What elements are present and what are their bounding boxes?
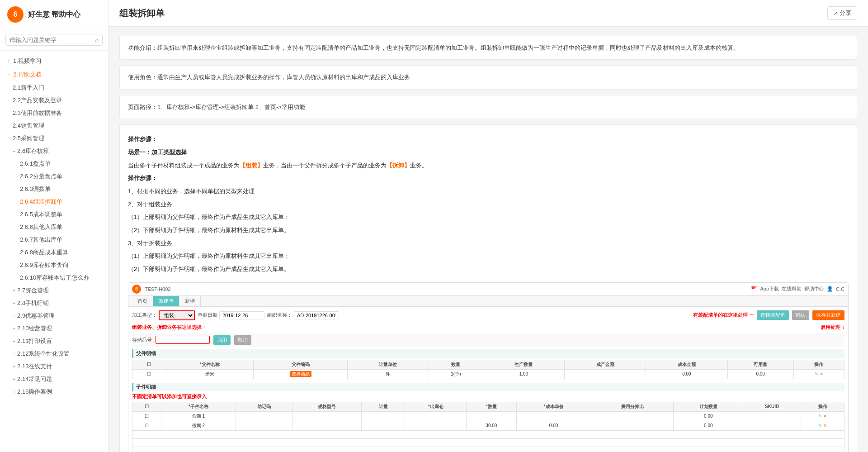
sidebar-item-docs-2.4[interactable]: 2.4销售管理 [13, 119, 108, 132]
step3-text: 3、对于拆装业务 [128, 240, 172, 247]
sidebar-item-docs-2.12[interactable]: + 2.12系统个性化设置 [13, 347, 108, 360]
sidebar-item-docs-2.6.5[interactable]: 2.6.5成本调整单 [20, 208, 108, 221]
sidebar-item-docs-2.7[interactable]: + 2.7资金管理 [13, 284, 108, 297]
scene1-title: 场景一：加工类型选择 [128, 147, 849, 158]
mock-brow1-mnem [236, 411, 292, 421]
mock-bth-ratio: 费用分摊比 [591, 402, 674, 411]
mock-support-label: 帮助中心 [804, 285, 824, 292]
sidebar-item-docs-2.14-label: 2.14常见问题 [17, 376, 52, 382]
sidebar-item-docs-2.6.3-label: 2.6.3调拨单 [20, 186, 51, 192]
mock-date-label: 单据日期 [198, 312, 217, 319]
mock-sku-input[interactable] [156, 336, 210, 344]
mock-sku-label: 存储品号 [132, 337, 152, 343]
sidebar-item-video-row[interactable]: + 1.视频学习 [0, 54, 108, 68]
sidebar-item-video[interactable]: + 1.视频学习 [0, 54, 108, 68]
sidebar-item-docs-2.11[interactable]: + 2.11打印设置 [13, 335, 108, 347]
mock-select-btn[interactable]: 选择装配单 [757, 310, 789, 320]
step2-sub2: （2）下部明细为子件明细，最终作为原材料生成其它出库单。 [128, 225, 849, 236]
mock-breadcrumb: TEST-H002 [145, 286, 170, 292]
scene1-title-label: 场景一：加工类型选择 [128, 149, 187, 156]
sidebar-item-docs-2.2[interactable]: 2.2产品安装及登录 [13, 94, 108, 107]
mock-type-select[interactable]: 组装 拆卸 [159, 310, 195, 320]
mock-bottom-row-5 [132, 447, 844, 452]
sidebar-item-docs[interactable]: − 2.帮助文档 2.1新手入门 2.2产品安装及登录 2.3使用前数据准备 2… [0, 68, 108, 398]
share-button[interactable]: ↗ 分享 [827, 6, 857, 20]
sidebar-item-docs-2.9-label: 2.9优惠券管理 [17, 312, 55, 319]
mock-main-content: 加工类型： 组装 拆卸 单据日期 组织名称 [128, 307, 848, 452]
mock-brow2-wh [405, 421, 467, 430]
ops-title: 操作步骤： [128, 134, 849, 145]
sidebar-item-docs-2.6.4[interactable]: 2.6.4组装拆卸单 [20, 195, 108, 208]
mock-th-cost-amt: 成本金额 [646, 360, 727, 369]
mock-order-input[interactable] [294, 311, 339, 319]
mock-bottom-row-2: ☐ 假期 2 30.00 0.00 0.00 [132, 421, 844, 430]
mock-td-row1-avail: 0.00 [727, 369, 793, 379]
sidebar-item-docs-2.6[interactable]: − 2.6库存核算 [13, 145, 108, 157]
sidebar-item-docs-2.6.3[interactable]: 2.6.3调拨单 [20, 183, 108, 195]
step2-sub1-text: （1）上部明细为父件明细，最终作为产成品生成其它入库单； [128, 214, 290, 220]
sidebar-item-docs-2.5[interactable]: 2.5采购管理 [13, 132, 108, 145]
sidebar-item-docs-2.10[interactable]: + 2.10经营管理 [13, 322, 108, 335]
ops-section: 操作步骤： 场景一：加工类型选择 当由多个子件材料组装成一个成品的业务为【组装】… [119, 124, 857, 452]
role-box: 使用角色：通常由生产人员或库管人员完成拆装业务的操作，库管人员确认原材料的出库和… [119, 65, 857, 89]
sidebar-item-docs-2.6.4-label: 2.6.4组装拆卸单 [20, 198, 62, 205]
sidebar-item-docs-row[interactable]: − 2.帮助文档 [0, 68, 108, 81]
mock-tab-home: 首页 [132, 296, 153, 306]
mock-select-goods-btn[interactable]: 选择商品 [290, 371, 311, 377]
mock-brow2-del[interactable]: ✕ [823, 423, 827, 428]
mock-td-row1-code: 选择商品 [254, 369, 347, 379]
step3: 3、对于拆装业务 [128, 238, 849, 249]
mock-confirm-btn[interactable]: 确认 [792, 310, 809, 320]
mock-arrow2-icon: ↑ [203, 324, 206, 330]
sidebar-item-docs-2.8[interactable]: + 2.8手机旺铺 [13, 297, 108, 309]
mock-annotation3-label: 启用处理 [821, 324, 840, 330]
sidebar-item-docs-2.1-label: 2.1新手入门 [13, 84, 44, 91]
mock-bth-cost: *成本单价 [516, 402, 591, 411]
mock-type-label: 加工类型： [132, 312, 157, 319]
sidebar-item-docs-2.13-label: 2.13在线支付 [17, 363, 52, 370]
mock-enable-btn[interactable]: 启用 [213, 335, 231, 345]
sidebar-item-docs-2.6.1[interactable]: 2.6.1盘点单 [20, 157, 108, 170]
logo-title: 好生意 帮助中心 [28, 10, 80, 19]
mock-brow1-plan: 0.00 [674, 411, 743, 421]
mock-brow2-spec [292, 421, 362, 430]
sidebar-item-docs-2.6.9[interactable]: 2.6.9库存账本查询 [20, 259, 108, 271]
sidebar-item-docs-2.9[interactable]: + 2.9优惠券管理 [13, 309, 108, 322]
page-title: 组装拆卸单 [119, 7, 165, 19]
mock-annotation2-area: 组装业务、拆卸业务在这里选择 ↑ [132, 324, 206, 331]
mock-cancel-btn[interactable]: 取消 [234, 335, 251, 345]
mock-save-btn[interactable]: 保存并新建 [812, 310, 844, 320]
mock-brow1-del[interactable]: ✕ [823, 414, 827, 419]
mock-brow2-edit[interactable]: ✎ [818, 423, 822, 428]
search-input[interactable] [9, 37, 95, 43]
sidebar-docs-children: 2.1新手入门 2.2产品安装及登录 2.3使用前数据准备 2.4销售管理 2.… [0, 81, 108, 398]
sidebar-item-docs-2.6.8[interactable]: 2.6.8商品成本重算 [20, 246, 108, 259]
mock-th-prod-qty: 生产数量 [483, 360, 564, 369]
mock-brow1-edit[interactable]: ✎ [818, 414, 822, 419]
mock-bottom-row-3 [132, 430, 844, 438]
mock-row1-edit-icon[interactable]: ✎ [815, 371, 818, 376]
step2-text: 2、对于组装业务 [128, 201, 172, 208]
mock-td-row1-unit: 件 [347, 369, 429, 379]
sidebar-item-docs-2.6.10[interactable]: 2.6.10库存账本错了怎么办 [20, 271, 108, 284]
sidebar-item-docs-2.6.2[interactable]: 2.6.2分量盘点单 [20, 170, 108, 183]
sidebar-item-docs-2.6.10-label: 2.6.10库存账本错了怎么办 [20, 274, 89, 281]
mock-th-checkbox: ☐ [132, 360, 166, 369]
sidebar-item-docs-2.6.1-label: 2.6.1盘点单 [20, 160, 51, 167]
sidebar-item-docs-2.6.7-label: 2.6.7其他出库单 [20, 236, 62, 243]
sidebar-item-docs-2.13[interactable]: + 2.13在线支付 [13, 360, 108, 373]
sidebar-item-docs-2.8-label: 2.8手机旺铺 [17, 300, 49, 306]
mock-row1-del-icon[interactable]: ✕ [820, 371, 823, 376]
sidebar-item-docs-2.14[interactable]: + 2.14常见问题 [13, 373, 108, 385]
sidebar-item-docs-2.6.7[interactable]: 2.6.7其他出库单 [20, 233, 108, 246]
mock-brow1-name: 假期 1 [161, 411, 236, 421]
search-icon[interactable]: ⌕ [95, 36, 99, 43]
sidebar-item-docs-2.1[interactable]: 2.1新手入门 [13, 81, 108, 94]
sidebar-item-docs-2.15[interactable]: + 2.15操作案例 [13, 385, 108, 398]
mock-date-input[interactable] [219, 311, 264, 319]
sidebar-item-docs-2.3[interactable]: 2.3使用前数据准备 [13, 107, 108, 119]
sidebar-item-docs-2.6.6[interactable]: 2.6.6其他入库单 [20, 221, 108, 233]
mock-bth-name: *子件名称 [161, 402, 236, 411]
mock-toolbar: 加工类型： 组装 拆卸 单据日期 组织名称 [132, 310, 844, 320]
mock-brow1-ratio [591, 411, 674, 421]
